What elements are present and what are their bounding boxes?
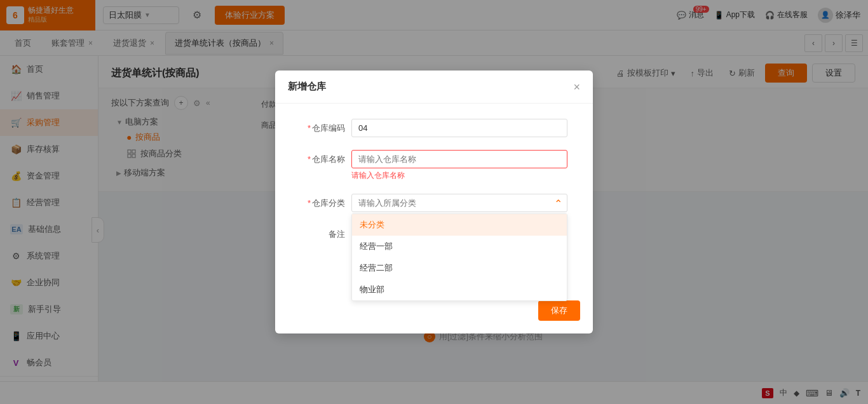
modal-overlay: 新增仓库 × 仓库编码 仓库名称 请输入仓库名称 仓库分类 [0,0,868,404]
add-warehouse-modal: 新增仓库 × 仓库编码 仓库名称 请输入仓库名称 仓库分类 [275,71,593,333]
name-label: 仓库名称 [301,150,351,165]
remark-label: 备注 [301,225,351,240]
modal-title: 新增仓库 [288,81,326,93]
category-option-property[interactable]: 物业部 [352,279,567,300]
category-option-unclassified[interactable]: 未分类 [352,214,567,236]
modal-close-button[interactable]: × [573,81,580,93]
category-option-dept1[interactable]: 经营一部 [352,236,567,257]
save-button[interactable]: 保存 [538,300,580,321]
code-label: 仓库编码 [301,119,351,134]
category-dropdown: 未分类 经营一部 经营二部 物业部 [351,213,567,301]
form-row-name: 仓库名称 请输入仓库名称 [301,150,567,181]
category-input[interactable] [351,194,567,212]
category-option-dept2[interactable]: 经营二部 [352,257,567,279]
name-input[interactable] [351,150,567,168]
name-error-message: 请输入仓库名称 [351,170,567,181]
modal-body: 仓库编码 仓库名称 请输入仓库名称 仓库分类 ⌃ [275,104,593,293]
category-field: ⌃ 未分类 经营一部 经营二部 物业部 [351,194,567,212]
code-field [351,119,567,137]
modal-header: 新增仓库 × [275,71,593,104]
category-label: 仓库分类 [301,194,351,209]
name-field: 请输入仓库名称 [351,150,567,181]
form-row-code: 仓库编码 [301,119,567,137]
code-input[interactable] [351,119,567,137]
form-row-category: 仓库分类 ⌃ 未分类 经营一部 经营二部 物业部 [301,194,567,212]
category-arrow-icon[interactable]: ⌃ [554,197,562,209]
